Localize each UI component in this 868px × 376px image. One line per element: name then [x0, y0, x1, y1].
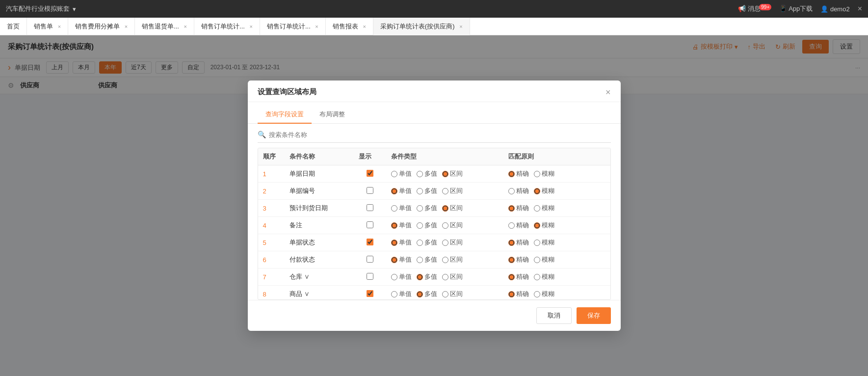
- type-radio-label[interactable]: 区间: [442, 238, 463, 247]
- type-radio-label[interactable]: 多值: [417, 272, 437, 281]
- type-radio-label[interactable]: 区间: [442, 187, 463, 195]
- match-radio[interactable]: [508, 257, 515, 263]
- match-radio-label[interactable]: 模糊: [534, 272, 554, 281]
- match-radio[interactable]: [534, 171, 540, 177]
- type-radio[interactable]: [391, 240, 397, 246]
- top-close-btn[interactable]: ×: [858, 4, 862, 13]
- match-radio-label[interactable]: 模糊: [534, 290, 554, 298]
- match-radio-label[interactable]: 精确: [508, 221, 529, 230]
- match-radio-label[interactable]: 精确: [508, 238, 529, 247]
- type-radio[interactable]: [442, 257, 448, 263]
- type-radio-label[interactable]: 单值: [391, 221, 412, 230]
- match-radio-label[interactable]: 精确: [508, 272, 529, 281]
- match-radio[interactable]: [508, 274, 515, 280]
- type-radio[interactable]: [417, 274, 423, 280]
- notification-btn[interactable]: 📢 消息 99+: [738, 4, 771, 13]
- type-radio-label[interactable]: 多值: [417, 169, 437, 178]
- match-radio[interactable]: [508, 205, 515, 212]
- type-radio-label[interactable]: 多值: [417, 187, 437, 195]
- type-radio-label[interactable]: 区间: [442, 221, 463, 230]
- type-radio-label[interactable]: 多值: [417, 238, 437, 247]
- cell-show[interactable]: [354, 251, 386, 269]
- match-radio-label[interactable]: 模糊: [534, 169, 554, 178]
- show-checkbox[interactable]: [367, 170, 373, 177]
- app-dropdown-icon[interactable]: ▾: [73, 5, 76, 13]
- type-radio-label[interactable]: 区间: [442, 255, 463, 264]
- app-download-btn[interactable]: 📱 App下载: [779, 4, 813, 13]
- type-radio[interactable]: [417, 205, 423, 212]
- match-radio[interactable]: [508, 222, 515, 229]
- type-radio[interactable]: [391, 291, 397, 297]
- match-radio-label[interactable]: 模糊: [534, 221, 554, 230]
- match-radio-label[interactable]: 模糊: [534, 187, 554, 195]
- show-checkbox[interactable]: [367, 273, 373, 280]
- type-radio[interactable]: [417, 188, 423, 194]
- type-radio-label[interactable]: 单值: [391, 204, 412, 213]
- type-radio-label[interactable]: 多值: [417, 290, 437, 298]
- match-radio[interactable]: [508, 188, 515, 194]
- cancel-btn[interactable]: 取消: [536, 307, 572, 324]
- type-radio[interactable]: [442, 171, 448, 177]
- tab-sales-return[interactable]: 销售退货单... ×: [135, 18, 194, 35]
- type-radio[interactable]: [442, 291, 448, 297]
- type-radio[interactable]: [442, 274, 448, 280]
- match-radio[interactable]: [534, 291, 540, 297]
- match-radio-label[interactable]: 模糊: [534, 238, 554, 247]
- tab-sales-stat1[interactable]: 销售订单统计... ×: [194, 18, 260, 35]
- type-radio-label[interactable]: 单值: [391, 169, 412, 178]
- type-radio-label[interactable]: 单值: [391, 238, 412, 247]
- type-radio-label[interactable]: 单值: [391, 255, 412, 264]
- type-radio[interactable]: [417, 171, 423, 177]
- type-radio-label[interactable]: 区间: [442, 169, 463, 178]
- match-radio-label[interactable]: 精确: [508, 204, 529, 213]
- match-radio-label[interactable]: 精确: [508, 187, 529, 195]
- match-radio[interactable]: [534, 205, 540, 212]
- cell-show[interactable]: [354, 200, 386, 217]
- cell-show[interactable]: [354, 286, 386, 300]
- type-radio[interactable]: [417, 257, 423, 263]
- match-radio[interactable]: [508, 240, 515, 246]
- tab-home[interactable]: 首页: [0, 18, 27, 35]
- type-radio[interactable]: [442, 222, 448, 229]
- match-radio-label[interactable]: 模糊: [534, 255, 554, 264]
- match-radio-label[interactable]: 精确: [508, 255, 529, 264]
- dialog-tab-fields[interactable]: 查询字段设置: [258, 107, 312, 124]
- match-radio[interactable]: [534, 188, 540, 194]
- type-radio-label[interactable]: 区间: [442, 272, 463, 281]
- match-radio[interactable]: [534, 222, 540, 229]
- save-btn[interactable]: 保存: [577, 307, 611, 324]
- dialog-close-btn[interactable]: ×: [605, 88, 611, 97]
- tab-purchase-stat[interactable]: 采购订单统计表(按供应商) ×: [373, 18, 470, 35]
- match-radio-label[interactable]: 精确: [508, 290, 529, 298]
- show-checkbox[interactable]: [367, 204, 373, 211]
- dialog-tab-layout[interactable]: 布局调整: [312, 107, 353, 124]
- match-radio[interactable]: [508, 171, 515, 177]
- type-radio[interactable]: [391, 222, 397, 229]
- show-checkbox[interactable]: [367, 256, 373, 263]
- user-avatar[interactable]: 👤 demo2: [820, 5, 849, 13]
- tab-sales-order[interactable]: 销售单 ×: [27, 18, 68, 35]
- type-radio[interactable]: [391, 188, 397, 194]
- type-radio[interactable]: [442, 188, 448, 194]
- type-radio-label[interactable]: 多值: [417, 221, 437, 230]
- type-radio-label[interactable]: 多值: [417, 255, 437, 264]
- type-radio[interactable]: [417, 291, 423, 297]
- cell-show[interactable]: [354, 234, 386, 251]
- tab-sales-report[interactable]: 销售报表 ×: [326, 18, 373, 35]
- show-checkbox[interactable]: [367, 239, 373, 245]
- cell-show[interactable]: [354, 217, 386, 234]
- show-checkbox[interactable]: [367, 221, 373, 228]
- type-radio-label[interactable]: 单值: [391, 272, 412, 281]
- search-input[interactable]: [269, 131, 367, 138]
- match-radio[interactable]: [534, 240, 540, 246]
- type-radio-label[interactable]: 单值: [391, 290, 412, 298]
- show-checkbox[interactable]: [367, 290, 373, 297]
- tab-sales-stat2[interactable]: 销售订单统计... ×: [260, 18, 326, 35]
- type-radio[interactable]: [391, 205, 397, 212]
- type-radio-label[interactable]: 区间: [442, 204, 463, 213]
- type-radio[interactable]: [391, 171, 397, 177]
- type-radio-label[interactable]: 区间: [442, 290, 463, 298]
- match-radio-label[interactable]: 精确: [508, 169, 529, 178]
- show-checkbox[interactable]: [367, 187, 373, 194]
- type-radio[interactable]: [442, 240, 448, 246]
